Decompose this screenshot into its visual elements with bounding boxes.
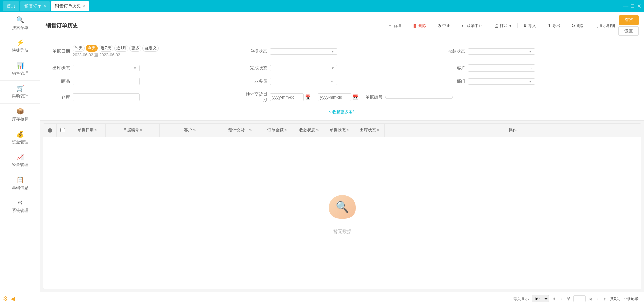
- date-btn-more[interactable]: 更多: [129, 45, 141, 52]
- tab-close-1[interactable]: ×: [44, 4, 46, 8]
- payment-status-arrow-icon: ▼: [529, 50, 532, 53]
- divider-2: [432, 23, 432, 28]
- sidebar-icon-5: 💰: [16, 130, 24, 138]
- dept-label: 部门: [441, 78, 468, 84]
- sidebar-icon-4: 📦: [16, 108, 24, 115]
- customer-input[interactable]: ···: [468, 64, 535, 72]
- expected-date-end-input[interactable]: [318, 93, 351, 101]
- setting-button[interactable]: 设置: [618, 26, 639, 36]
- complete-status-select[interactable]: ▼: [270, 65, 337, 71]
- filter-row-2: 出库状态 ▼ 完成状态 ▼ 客户: [46, 63, 639, 73]
- th-stock-status[interactable]: 出库状态 ⇅: [354, 124, 385, 137]
- window-close-icon[interactable]: ✕: [637, 3, 641, 9]
- date-btn-yesterday[interactable]: 昨天: [73, 45, 85, 52]
- settings-bottom-icon[interactable]: ⚙: [3, 295, 8, 302]
- th-order-status-label: 单据状态: [330, 127, 346, 133]
- date-btn-custom[interactable]: 自定义: [142, 45, 159, 52]
- print-button[interactable]: 🖨 打印 ▼: [492, 22, 514, 30]
- sidebar-item-7[interactable]: 📋 基础信息: [0, 172, 40, 195]
- last-page-btn[interactable]: ⟫: [602, 296, 607, 302]
- collapse-bar[interactable]: ∧ 收起更多条件: [46, 108, 639, 116]
- sidebar-label-5: 资金管理: [12, 139, 28, 145]
- th-checkbox[interactable]: [57, 124, 69, 137]
- th-order-no[interactable]: 单据编号 ⇅: [106, 124, 160, 137]
- empty-illustration: 🔍: [326, 192, 359, 225]
- salesman-dots-icon: ···: [331, 79, 334, 84]
- refresh-icon: ↻: [571, 23, 575, 28]
- date-dash: —: [312, 95, 316, 100]
- tab-1[interactable]: 销售订单×: [20, 1, 50, 11]
- tab-2[interactable]: 销售订单历史×: [51, 1, 89, 11]
- sidebar-label-3: 采购管理: [12, 93, 28, 99]
- th-order-status[interactable]: 单据状态 ⇅: [324, 124, 354, 137]
- stock-status-select[interactable]: ▼: [73, 65, 140, 71]
- order-no-input[interactable]: [385, 96, 453, 99]
- sidebar-item-8[interactable]: ⚙ 系统管理: [0, 195, 40, 218]
- import-button[interactable]: ⬇ 导入: [521, 22, 538, 30]
- expected-date-start-input[interactable]: [270, 93, 304, 101]
- sidebar-item-4[interactable]: 📦 库存核算: [0, 104, 40, 126]
- salesman-input[interactable]: ···: [270, 78, 337, 85]
- page-size-select[interactable]: 50 10 20 100: [532, 295, 549, 302]
- th-order-no-label: 单据编号: [123, 127, 139, 133]
- delete-label: 删除: [418, 23, 426, 29]
- date-btn-1month[interactable]: 近1月: [114, 45, 129, 52]
- dept-select[interactable]: ▼: [468, 78, 535, 85]
- refresh-button[interactable]: ↻ 刷新: [569, 22, 587, 30]
- next-page-btn[interactable]: ›: [595, 296, 599, 302]
- sidebar-label-0: 搜索菜单: [12, 25, 28, 31]
- filter-cell-warehouse: 仓库 ···: [46, 92, 243, 102]
- sidebar-item-2[interactable]: 📊 销售管理: [0, 58, 40, 81]
- page-input[interactable]: 1: [573, 295, 586, 302]
- date-btn-today[interactable]: 今天: [86, 45, 98, 52]
- th-date-sort-icon: ⇅: [94, 128, 97, 132]
- th-customer-label: 客户: [184, 127, 192, 133]
- payment-status-select[interactable]: ▼: [468, 48, 535, 55]
- cal-start-icon[interactable]: 📅: [305, 94, 311, 100]
- query-button[interactable]: 查询: [619, 15, 639, 25]
- sidebar-item-5[interactable]: 💰 资金管理: [0, 126, 40, 149]
- import-icon: ⬇: [523, 23, 527, 28]
- warehouse-input[interactable]: ···: [73, 93, 140, 101]
- cal-end-icon[interactable]: 📅: [353, 94, 358, 100]
- sidebar-item-0[interactable]: 🔍 搜索菜单: [0, 12, 40, 35]
- new-button[interactable]: ＋ 新增: [386, 22, 403, 30]
- stop-button[interactable]: ⊘ 中止: [435, 22, 453, 30]
- order-status-select[interactable]: ▼: [270, 48, 337, 55]
- th-settings[interactable]: [43, 124, 57, 137]
- cancel-stop-label: 取消中止: [467, 23, 483, 29]
- collapse-sidebar-icon[interactable]: ◀: [11, 295, 15, 302]
- tab-0[interactable]: 首页: [3, 1, 19, 11]
- sidebar-item-1[interactable]: ⚡ 快捷导航: [0, 35, 40, 58]
- window-minimize-icon[interactable]: —: [623, 3, 628, 9]
- filter-cell-product: 商品 ···: [46, 76, 243, 86]
- tab-close-2[interactable]: ×: [83, 4, 85, 8]
- sidebar-item-6[interactable]: 📈 经营管理: [0, 149, 40, 172]
- display-cols-checkbox[interactable]: 显示明细: [594, 23, 615, 29]
- table-area: 单据日期 ⇅ 单据编号 ⇅ 客户 ⇅ 预计交货... ⇅ 订单金额 ⇅: [43, 123, 641, 289]
- sidebar-icon-6: 📈: [16, 153, 24, 161]
- stock-status-label: 出库状态: [46, 65, 73, 71]
- export-button[interactable]: ⬆ 导出: [545, 22, 562, 30]
- new-label: 新增: [393, 23, 401, 29]
- complete-status-arrow-icon: ▼: [331, 66, 334, 70]
- select-all-checkbox[interactable]: [60, 128, 65, 132]
- product-input[interactable]: ···: [73, 78, 140, 85]
- sidebar-item-3[interactable]: 🛒 采购管理: [0, 81, 40, 104]
- th-customer[interactable]: 客户 ⇅: [160, 124, 220, 137]
- first-page-btn[interactable]: ⟪: [552, 296, 557, 302]
- display-cols-input[interactable]: [594, 24, 598, 28]
- cancel-stop-button[interactable]: ↩ 取消中止: [460, 22, 485, 30]
- th-pay-status[interactable]: 收款状态 ⇅: [294, 124, 324, 137]
- th-date[interactable]: 单据日期 ⇅: [69, 124, 106, 137]
- delete-button[interactable]: 🗑 删除: [411, 22, 428, 30]
- window-maximize-icon[interactable]: □: [631, 3, 634, 9]
- th-expected-date[interactable]: 预计交货... ⇅: [220, 124, 260, 137]
- date-btn-7days[interactable]: 近7天: [99, 45, 113, 52]
- sidebar-label-7: 基础信息: [12, 185, 28, 191]
- sidebar-icon-1: ⚡: [16, 39, 24, 46]
- customer-dots-icon: ···: [529, 66, 532, 70]
- th-amount-label: 订单金额: [267, 127, 284, 133]
- prev-page-btn[interactable]: ‹: [560, 296, 564, 302]
- th-amount[interactable]: 订单金额 ⇅: [260, 124, 294, 137]
